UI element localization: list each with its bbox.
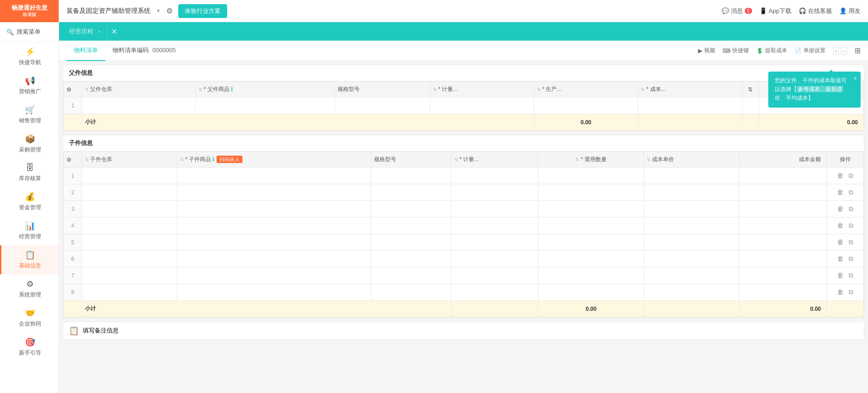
parent-goods-cell[interactable] <box>195 97 334 114</box>
child-warehouse-8[interactable] <box>82 284 177 301</box>
copy-row-8[interactable]: ⧉ <box>847 287 855 296</box>
message-button[interactable]: 💬 消息 6 <box>722 7 752 15</box>
child-warehouse-1[interactable] <box>82 168 177 184</box>
child-unit-7[interactable] <box>451 267 538 284</box>
child-quantity-4[interactable] <box>538 218 644 234</box>
sidebar-item-inventory[interactable]: 🗄库存核算 <box>0 158 59 187</box>
child-unit-8[interactable] <box>451 284 538 301</box>
online-service-button[interactable]: 🎧 在线客服 <box>799 7 832 15</box>
parent-cost-cell[interactable] <box>638 97 742 114</box>
child-warehouse-6[interactable] <box>82 251 177 267</box>
try-button[interactable]: 体验行业方案 <box>178 4 227 18</box>
parent-sort-cell[interactable] <box>742 97 759 114</box>
app-download-button[interactable]: 📱 App下载 <box>760 7 791 15</box>
nav-tab-history-close[interactable]: × <box>98 29 101 34</box>
grid-view-icon[interactable]: ⊞ <box>855 46 861 55</box>
child-warehouse-3[interactable] <box>82 201 177 218</box>
nav-tab-history[interactable]: 经营历程× <box>63 22 108 41</box>
copy-row-2[interactable]: ⧉ <box>847 187 855 197</box>
child-spec-1[interactable] <box>371 168 451 184</box>
child-cost-unit-8[interactable] <box>644 284 739 301</box>
child-goods-2[interactable] <box>177 184 371 201</box>
child-cost-unit-5[interactable] <box>644 234 739 251</box>
sidebar-item-basic[interactable]: 📋基础信息 <box>0 245 59 274</box>
view-button[interactable]: ▶ 视频 <box>698 47 715 54</box>
sidebar-item-purchase[interactable]: 📦采购管理 <box>0 129 59 158</box>
child-cost-unit-6[interactable] <box>644 251 739 267</box>
child-unit-6[interactable] <box>451 251 538 267</box>
child-unit-3[interactable] <box>451 201 538 218</box>
delete-row-7[interactable]: 🗑 <box>835 271 845 280</box>
system-settings-icon[interactable]: ⚙ <box>166 6 173 15</box>
copy-row-1[interactable]: ⧉ <box>847 171 855 180</box>
child-spec-2[interactable] <box>371 184 451 201</box>
child-goods-7[interactable] <box>177 267 371 284</box>
child-unit-5[interactable] <box>451 234 538 251</box>
close-all-tabs-button[interactable]: ✕ <box>108 27 121 36</box>
child-goods-6[interactable] <box>177 251 371 267</box>
child-warehouse-2[interactable] <box>82 184 177 201</box>
shortcut-button[interactable]: ⌨ 快捷键 <box>723 47 749 54</box>
sidebar-item-newguide[interactable]: 🎯新手引导 <box>0 333 59 362</box>
delete-row-3[interactable]: 🗑 <box>835 204 845 213</box>
parent-unit-cell[interactable] <box>430 97 534 114</box>
delete-row-5[interactable]: 🗑 <box>835 237 845 247</box>
child-spec-8[interactable] <box>371 284 451 301</box>
child-quantity-2[interactable] <box>538 184 644 201</box>
copy-row-5[interactable]: ⧉ <box>847 237 855 247</box>
child-goods-3[interactable] <box>177 201 371 218</box>
delete-row-6[interactable]: 🗑 <box>835 254 845 263</box>
child-quantity-5[interactable] <box>538 234 644 251</box>
child-cost-amount-3[interactable] <box>739 201 827 218</box>
sidebar-item-enterprise[interactable]: 🤝企业协同 <box>0 303 59 333</box>
child-spec-5[interactable] <box>371 234 451 251</box>
sidebar-item-quick-nav[interactable]: ⚡快捷导航 <box>0 42 59 71</box>
sub-tab-bom-list[interactable]: 物料清单 <box>66 41 105 61</box>
sidebar-item-finance[interactable]: 💰资金管理 <box>0 187 59 216</box>
child-cost-unit-2[interactable] <box>644 184 739 201</box>
child-warehouse-4[interactable] <box>82 218 177 234</box>
child-goods-4[interactable] <box>177 218 371 234</box>
child-cost-amount-8[interactable] <box>739 284 827 301</box>
delete-row-2[interactable]: 🗑 <box>835 187 845 197</box>
sidebar-item-system[interactable]: ⚙系统管理 <box>0 274 59 303</box>
delete-row-8[interactable]: 🗑 <box>835 287 845 296</box>
bottom-bar[interactable]: 📋 填写备注信息 <box>63 321 864 340</box>
child-cost-unit-3[interactable] <box>644 201 739 218</box>
sidebar-item-sales[interactable]: 🛒销售管理 <box>0 100 59 129</box>
parent-th-sort[interactable]: ⇅ <box>742 82 759 97</box>
child-quantity-7[interactable] <box>538 267 644 284</box>
extract-cost-button[interactable]: 💲 提取成本 <box>756 47 787 54</box>
parent-warehouse-cell[interactable] <box>82 97 196 114</box>
system-dropdown-icon[interactable]: ▼ <box>156 8 161 13</box>
next-arrow[interactable]: › <box>841 47 847 55</box>
copy-row-7[interactable]: ⧉ <box>847 271 855 280</box>
child-cost-amount-1[interactable] <box>739 168 827 184</box>
parent-spec-cell[interactable] <box>334 97 430 114</box>
delete-row-1[interactable]: 🗑 <box>835 171 845 180</box>
child-spec-7[interactable] <box>371 267 451 284</box>
child-quantity-1[interactable] <box>538 168 644 184</box>
child-unit-1[interactable] <box>451 168 538 184</box>
sidebar-item-marketing[interactable]: 📢营销推广 <box>0 71 59 100</box>
parent-th-settings[interactable]: ⚙ <box>64 82 82 97</box>
copy-row-4[interactable]: ⧉ <box>847 221 855 230</box>
child-spec-3[interactable] <box>371 201 451 218</box>
child-warehouse-5[interactable] <box>82 234 177 251</box>
document-settings-button[interactable]: 📄 单据设置 <box>795 47 826 54</box>
child-warehouse-7[interactable] <box>82 267 177 284</box>
sidebar-item-operation[interactable]: 📊经营管理 <box>0 216 59 245</box>
search-menu-button[interactable]: 🔍 搜索菜单 <box>4 26 55 38</box>
child-cost-amount-4[interactable] <box>739 218 827 234</box>
child-cost-unit-4[interactable] <box>644 218 739 234</box>
child-spec-4[interactable] <box>371 218 451 234</box>
child-cost-amount-7[interactable] <box>739 267 827 284</box>
child-unit-2[interactable] <box>451 184 538 201</box>
scan-badge[interactable]: 扫码录入 <box>217 156 242 163</box>
prev-arrow[interactable]: ‹ <box>833 47 839 55</box>
parent-production-cell[interactable] <box>534 97 638 114</box>
child-quantity-8[interactable] <box>538 284 644 301</box>
child-cost-unit-1[interactable] <box>644 168 739 184</box>
child-cost-amount-6[interactable] <box>739 251 827 267</box>
child-spec-6[interactable] <box>371 251 451 267</box>
